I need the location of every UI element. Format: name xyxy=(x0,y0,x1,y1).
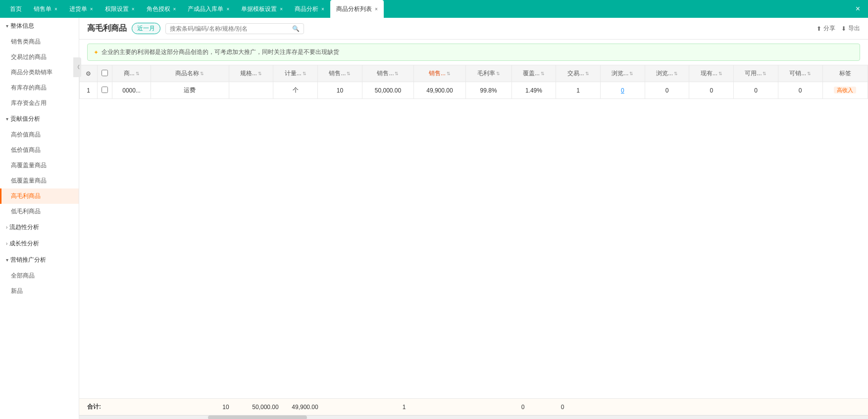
col-code[interactable]: 商...⇅ xyxy=(112,65,151,82)
col-sellable[interactable]: 可销...⇅ xyxy=(778,65,822,82)
footer-cell-spacer3 xyxy=(424,404,463,411)
sidebar-section-trend[interactable]: › 流趋性分析 xyxy=(0,219,79,235)
tab-home[interactable]: 首页 xyxy=(4,0,28,18)
horizontal-scrollbar[interactable] xyxy=(79,415,868,419)
select-all-checkbox[interactable] xyxy=(102,70,108,76)
col-tag[interactable]: 标签 xyxy=(822,65,868,82)
col-sales-profit[interactable]: 销售...⇅ xyxy=(414,65,465,82)
sidebar-item-high-value[interactable]: 高价值商品 xyxy=(0,127,79,142)
col-gross-margin[interactable]: 毛利率⇅ xyxy=(465,65,511,82)
tab-purchase[interactable]: 进货单 × xyxy=(63,0,99,18)
chevron-down-icon: ▾ xyxy=(6,23,8,29)
col-current-stock[interactable]: 现有...⇅ xyxy=(689,65,734,82)
footer-cell-spacer1 xyxy=(127,404,206,411)
period-button[interactable]: 近一月 xyxy=(132,23,160,34)
sidebar-item-low-value[interactable]: 低价值商品 xyxy=(0,142,79,158)
page-title: 高毛利商品 xyxy=(87,23,127,34)
cell-browse2: 0 xyxy=(645,82,689,99)
col-spec[interactable]: 规格...⇅ xyxy=(229,65,273,82)
cell-sellable: 0 xyxy=(778,82,822,99)
footer-cell-spacer4 xyxy=(463,404,503,411)
chevron-down-icon: ▾ xyxy=(6,116,8,122)
col-coverage[interactable]: 覆盖...⇅ xyxy=(511,65,556,82)
cell-code: 0000... xyxy=(112,82,151,99)
info-icon: ✦ xyxy=(94,49,99,56)
window-close-button[interactable]: × xyxy=(852,4,864,13)
search-input[interactable] xyxy=(170,25,290,32)
sidebar-item-all-goods[interactable]: 全部商品 xyxy=(0,268,79,283)
row-checkbox[interactable] xyxy=(102,87,108,93)
sidebar-item-low-coverage[interactable]: 低覆盖量商品 xyxy=(0,173,79,188)
col-unit[interactable]: 计量...⇅ xyxy=(273,65,318,82)
search-icon[interactable]: 🔍 xyxy=(292,25,300,32)
tab-product-inbound[interactable]: 产成品入库单 × xyxy=(182,0,235,18)
close-icon[interactable]: × xyxy=(132,6,135,12)
col-checkbox[interactable] xyxy=(98,65,112,82)
close-icon[interactable]: × xyxy=(54,6,57,12)
col-sales-amount[interactable]: 销售...⇅ xyxy=(362,65,413,82)
col-browse2[interactable]: 浏览...⇅ xyxy=(645,65,689,82)
sidebar-item-low-margin[interactable]: 低毛利商品 xyxy=(0,204,79,219)
col-trade[interactable]: 交易...⇅ xyxy=(556,65,601,82)
close-icon[interactable]: × xyxy=(375,6,378,12)
close-icon[interactable]: × xyxy=(173,6,176,12)
chevron-right-icon: › xyxy=(6,241,7,246)
sidebar-item-high-coverage[interactable]: 高覆盖量商品 xyxy=(0,158,79,173)
col-browse1[interactable]: 浏览...⇅ xyxy=(600,65,645,82)
tab-roles[interactable]: 角色授权 × xyxy=(141,0,182,18)
cell-current-stock: 0 xyxy=(689,82,734,99)
sidebar: ▾ 整体信息 销售类商品 交易过的商品 商品分类助销率 有库存的商品 库存资金占… xyxy=(0,18,79,419)
cell-sales-qty: 10 xyxy=(318,82,362,99)
cell-unit: 个 xyxy=(273,82,318,99)
export-button[interactable]: ⬇ 导出 xyxy=(841,24,860,33)
footer-cell-sales-qty: 10 xyxy=(206,404,246,411)
cell-coverage: 1.49% xyxy=(511,82,556,99)
table-header-row: ⚙ 商...⇅ 商品名称⇅ 规格...⇅ 计量...⇅ 销售...⇅ 销售...… xyxy=(80,65,868,82)
sidebar-section-growth[interactable]: › 成长性分析 xyxy=(0,235,79,252)
tab-template[interactable]: 单据模板设置 × xyxy=(235,0,289,18)
close-icon[interactable]: × xyxy=(226,6,229,12)
cell-trade: 1 xyxy=(556,82,601,99)
close-icon[interactable]: × xyxy=(321,6,324,12)
col-sales-qty[interactable]: 销售...⇅ xyxy=(318,65,362,82)
cell-checkbox[interactable] xyxy=(98,82,112,99)
sidebar-item-new-goods[interactable]: 新品 xyxy=(0,283,79,299)
sidebar-item-category-rate[interactable]: 商品分类助销率 xyxy=(0,65,79,80)
col-name[interactable]: 商品名称⇅ xyxy=(151,65,229,82)
sidebar-collapse-button[interactable]: 《 xyxy=(73,57,81,77)
tab-goods-analysis-list[interactable]: 商品分析列表 × xyxy=(330,0,384,18)
footer-cell-trade: 1 xyxy=(384,404,424,411)
sidebar-item-sales-goods[interactable]: 销售类商品 xyxy=(0,34,79,49)
cell-browse1[interactable]: 0 xyxy=(600,82,645,99)
footer-cells: 10 50,000.00 49,900.00 1 0 0 xyxy=(127,404,860,411)
tab-goods-analysis[interactable]: 商品分析 × xyxy=(289,0,330,18)
close-icon[interactable]: × xyxy=(90,6,93,12)
col-available[interactable]: 可用...⇅ xyxy=(734,65,778,82)
sidebar-item-high-margin[interactable]: 高毛利商品 xyxy=(0,188,79,204)
footer-cell-available: 0 xyxy=(543,404,582,411)
chevron-down-icon: ▾ xyxy=(6,257,8,263)
data-table-container: ⚙ 商...⇅ 商品名称⇅ 规格...⇅ 计量...⇅ 销售...⇅ 销售...… xyxy=(79,65,868,398)
tab-permissions[interactable]: 权限设置 × xyxy=(99,0,141,18)
sidebar-item-stock-capital[interactable]: 库存资金占用 xyxy=(0,95,79,111)
content-header: 高毛利商品 近一月 🔍 ⬆ 分享 ⬇ 导出 xyxy=(79,18,868,40)
sidebar-section-marketing[interactable]: ▾ 营销推广分析 xyxy=(0,252,79,268)
topbar: 首页 销售单 × 进货单 × 权限设置 × 角色授权 × 产成品入库单 × 单据… xyxy=(0,0,868,18)
sidebar-item-stocked-goods[interactable]: 有库存的商品 xyxy=(0,80,79,95)
footer-cell-spacer2 xyxy=(325,404,384,411)
close-icon[interactable]: × xyxy=(280,6,283,12)
share-button[interactable]: ⬆ 分享 xyxy=(817,24,835,33)
sidebar-item-traded-goods[interactable]: 交易过的商品 xyxy=(0,49,79,65)
cell-gross-margin: 99.8% xyxy=(465,82,511,99)
export-icon: ⬇ xyxy=(841,25,846,32)
content-area: 高毛利商品 近一月 🔍 ⬆ 分享 ⬇ 导出 ✦ 企业的主要的利润都是这部分商品创… xyxy=(79,18,868,419)
header-actions: ⬆ 分享 ⬇ 导出 xyxy=(817,24,860,33)
sidebar-section-contribution[interactable]: ▾ 贡献值分析 xyxy=(0,111,79,127)
footer-label: 合计: xyxy=(87,403,127,411)
col-settings[interactable]: ⚙ xyxy=(80,65,98,82)
tab-sales[interactable]: 销售单 × xyxy=(28,0,63,18)
footer-cell-sales-amount: 50,000.00 xyxy=(246,404,285,411)
cell-available: 0 xyxy=(734,82,778,99)
sidebar-section-overall[interactable]: ▾ 整体信息 xyxy=(0,18,79,34)
main-layout: ▾ 整体信息 销售类商品 交易过的商品 商品分类助销率 有库存的商品 库存资金占… xyxy=(0,18,868,419)
